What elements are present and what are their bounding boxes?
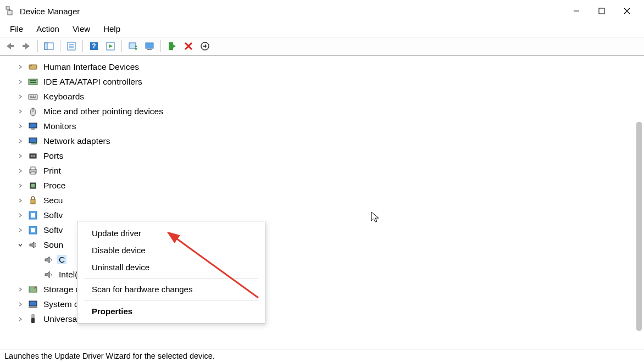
ctx-separator: [84, 278, 258, 279]
scan-hardware-button[interactable]: [197, 38, 213, 54]
expand-icon[interactable]: [16, 315, 24, 323]
enable-device-button[interactable]: [164, 38, 180, 54]
svg-rect-0: [6, 7, 9, 9]
svg-rect-34: [31, 65, 32, 66]
svg-point-52: [31, 155, 33, 157]
scrollbar-thumb[interactable]: [636, 122, 642, 331]
svg-marker-31: [203, 44, 207, 48]
svg-rect-55: [31, 167, 35, 170]
svg-rect-21: [129, 43, 136, 48]
monitor-icon: [27, 121, 38, 132]
uninstall-device-button[interactable]: [181, 38, 196, 54]
statusbar: Launches the Update Driver Wizard for th…: [0, 349, 644, 362]
tree-node[interactable]: Mice and other pointing devices: [16, 104, 644, 119]
ctx-properties[interactable]: Properties: [77, 303, 265, 320]
ctx-disable-device[interactable]: Disable device: [77, 242, 265, 259]
svg-rect-46: [29, 123, 37, 128]
expand-icon[interactable]: [16, 108, 24, 115]
svg-text:?: ?: [92, 42, 96, 50]
show-hide-console-tree-button[interactable]: [41, 38, 57, 54]
svg-rect-26: [169, 42, 173, 50]
expand-icon[interactable]: [16, 137, 24, 145]
toolbar-separator: [121, 40, 122, 52]
soft-icon: [27, 210, 38, 221]
tree-node[interactable]: Network adapters: [16, 133, 644, 148]
expand-icon[interactable]: [16, 78, 24, 86]
tree-node[interactable]: Monitors: [16, 119, 644, 133]
toolbar-separator: [60, 40, 60, 52]
expand-icon[interactable]: [16, 226, 24, 234]
menu-file[interactable]: File: [4, 23, 29, 35]
tree-node-label: Proce: [43, 181, 66, 190]
context-menu: Update driver Disable device Uninstall d…: [77, 221, 265, 324]
menu-help[interactable]: Help: [98, 23, 126, 35]
expand-icon[interactable]: [16, 167, 24, 175]
ctx-uninstall-device[interactable]: Uninstall device: [77, 259, 265, 276]
disable-device-button[interactable]: [142, 38, 157, 54]
back-button[interactable]: [2, 38, 18, 54]
tree-node[interactable]: Secu: [16, 193, 644, 208]
svg-rect-43: [30, 97, 36, 98]
toolbar-separator: [37, 40, 38, 52]
svg-rect-72: [31, 318, 35, 323]
svg-rect-37: [30, 82, 36, 83]
minimize-button[interactable]: [564, 2, 589, 20]
expand-icon[interactable]: [16, 182, 24, 190]
tree-node[interactable]: Ports: [16, 148, 644, 163]
expand-icon[interactable]: [16, 122, 24, 130]
svg-marker-9: [25, 43, 30, 49]
tree-node-label: Mice and other pointing devices: [43, 107, 163, 116]
maximize-button[interactable]: [589, 2, 614, 20]
svg-marker-66: [45, 271, 49, 278]
svg-marker-64: [30, 242, 34, 248]
collapse-icon[interactable]: [16, 241, 24, 249]
tree-node[interactable]: Print: [16, 163, 644, 178]
expand-icon[interactable]: [16, 286, 24, 293]
hid-icon: [27, 62, 38, 73]
svg-rect-49: [31, 143, 35, 144]
menu-action[interactable]: Action: [31, 23, 65, 35]
window-controls: [564, 2, 640, 20]
expand-icon[interactable]: [16, 300, 24, 308]
svg-rect-8: [10, 45, 14, 47]
close-button[interactable]: [614, 2, 640, 20]
tree-node[interactable]: Softv: [16, 208, 644, 222]
tree-node-label: Softv: [43, 225, 63, 235]
svg-rect-51: [30, 154, 36, 158]
ctx-scan-hardware[interactable]: Scan for hardware changes: [77, 281, 265, 298]
tree-node[interactable]: IDE ATA/ATAPI controllers: [16, 74, 644, 89]
expand-icon[interactable]: [16, 152, 24, 160]
expand-icon[interactable]: [16, 93, 24, 101]
tree-node[interactable]: Proce: [16, 178, 644, 193]
forward-button[interactable]: [19, 38, 34, 54]
tree-node-label: IDE ATA/ATAPI controllers: [43, 77, 142, 86]
tree-node[interactable]: Keyboards: [16, 89, 644, 104]
action-button[interactable]: [103, 38, 118, 54]
svg-marker-27: [173, 44, 176, 48]
sound-icon: [27, 240, 38, 250]
expand-icon[interactable]: [16, 211, 24, 219]
toolbar: ?: [0, 37, 644, 55]
tree-node[interactable]: Human Interface Devices: [16, 59, 644, 74]
expand-icon[interactable]: [16, 63, 24, 71]
svg-rect-59: [31, 199, 35, 204]
toolbar-separator: [160, 40, 161, 52]
help-button[interactable]: ?: [86, 38, 102, 54]
device-tree-panel: Human Interface DevicesIDE ATA/ATAPI con…: [0, 55, 644, 347]
keyboard-icon: [27, 91, 38, 102]
expand-icon[interactable]: [16, 197, 24, 204]
window-title: Device Manager: [20, 7, 564, 16]
vertical-scrollbar[interactable]: [634, 56, 643, 347]
properties-button[interactable]: [64, 38, 79, 54]
update-driver-button[interactable]: [125, 38, 141, 54]
svg-rect-56: [31, 172, 35, 174]
tree-node-label: Print: [43, 166, 61, 175]
svg-rect-1: [8, 10, 12, 15]
ctx-update-driver[interactable]: Update driver: [77, 225, 265, 242]
svg-marker-20: [109, 44, 113, 48]
menu-view[interactable]: View: [67, 23, 96, 35]
svg-point-53: [34, 155, 35, 157]
svg-rect-10: [23, 45, 26, 47]
app-icon: [4, 5, 15, 16]
network-icon: [27, 136, 38, 147]
